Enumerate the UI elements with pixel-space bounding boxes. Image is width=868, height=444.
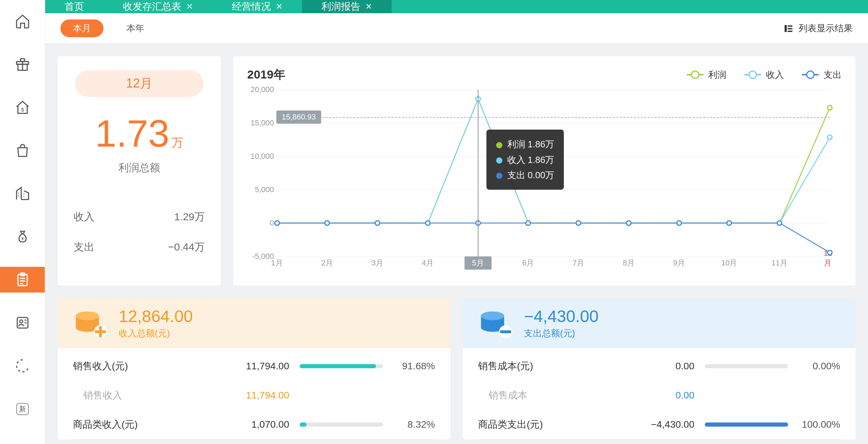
chart-title: 2019年: [247, 67, 285, 83]
profit-label: 利润总额: [72, 161, 207, 175]
chart-point[interactable]: [425, 220, 431, 226]
list-results-button[interactable]: 列表显示结果: [783, 22, 853, 34]
nav-finance[interactable]: ¥: [0, 224, 45, 249]
sidebar: $ ¥ 新: [0, 0, 45, 444]
summary-row-label: 支出: [74, 240, 94, 254]
list-item-pct: 0.00%: [788, 361, 840, 372]
badge-new-icon: 新: [16, 403, 29, 415]
bag-icon: [15, 142, 31, 158]
expense-amount: −4,430.00: [524, 307, 599, 326]
chart-plot[interactable]: -5,00005,00010,00015,00020,0001月2月3月4月5月…: [247, 90, 842, 256]
list-item-label: 商品类支出(元): [478, 418, 580, 431]
y-tick-label: 10,000: [247, 152, 274, 161]
tab-inventory-summary[interactable]: 收发存汇总表 ✕: [103, 0, 212, 13]
chart-point[interactable]: [827, 250, 833, 255]
chart-point[interactable]: [525, 220, 531, 226]
chart-ref-line: [277, 117, 830, 118]
summary-row-value: −0.44万: [168, 240, 205, 254]
main: 首页 收发存汇总表 ✕ 经营情况 ✕ 利润报告 ✕ 本月 本年 列表显示结果: [45, 0, 868, 444]
list-item: 销售成本(元)0.000.00%: [478, 352, 840, 381]
progress-bar: [300, 364, 383, 368]
chart-point[interactable]: [626, 220, 632, 226]
legend-income[interactable]: 收入: [744, 69, 784, 81]
nav-sync[interactable]: [0, 353, 45, 379]
x-tick-label: 11月: [771, 258, 787, 268]
income-list: 销售收入(元)11,794.0091.68%销售收入11,794.00商品类收入…: [58, 348, 450, 439]
tabs-bar: 首页 收发存汇总表 ✕ 经营情况 ✕ 利润报告 ✕: [45, 0, 868, 13]
income-amount: 12,864.00: [119, 307, 193, 326]
profit-unit: 万: [172, 136, 183, 149]
chart-point[interactable]: [324, 220, 330, 226]
home-icon: [15, 13, 31, 29]
nav-profit-report[interactable]: [0, 267, 45, 293]
x-tick-label: 1月: [271, 258, 283, 268]
chart-point[interactable]: [726, 220, 732, 226]
building-icon: [15, 186, 31, 202]
chart-point[interactable]: [777, 220, 782, 226]
expense-panel: −4,430.00 支出总额(元) 销售成本(元)0.000.00%销售成本0.…: [463, 298, 856, 439]
coins-plus-icon: [73, 306, 108, 340]
x-tick-label: 2月: [321, 258, 333, 268]
list-item-value: −4,430.00: [580, 419, 705, 430]
nav-products[interactable]: [0, 138, 45, 163]
list-item: 销售收入(元)11,794.0091.68%: [73, 352, 435, 381]
coins-minus-icon: [478, 306, 513, 340]
profit-value: 1.73: [95, 112, 169, 155]
list-item-value: 0.00: [580, 361, 705, 372]
summary-row-value: 1.29万: [174, 210, 205, 224]
list-item: 销售收入11,794.00: [73, 381, 435, 410]
list-item-pct: 91.68%: [383, 361, 435, 372]
tab-home[interactable]: 首页: [45, 0, 103, 13]
chart-point[interactable]: [827, 105, 833, 110]
nav-home[interactable]: [0, 8, 45, 34]
profit-chart-card: 2019年 利润 收入 支出 -5,00005,00010,00015,0002…: [233, 56, 856, 286]
progress-bar: [300, 422, 383, 427]
house-money-icon: $: [15, 99, 31, 115]
legend-profit[interactable]: 利润: [687, 69, 726, 81]
list-item-label: 销售成本: [478, 389, 580, 402]
svg-point-10: [76, 312, 99, 320]
chart-point[interactable]: [375, 220, 380, 226]
progress-bar: [705, 364, 788, 368]
chart-legend: 利润 收入 支出: [687, 69, 842, 81]
chart-point[interactable]: [676, 220, 682, 226]
nav-reports[interactable]: [0, 181, 45, 206]
expense-panel-head: −4,430.00 支出总额(元): [463, 298, 856, 348]
list-item-pct: 100.00%: [788, 419, 840, 430]
period-toggle: 本月 本年: [60, 19, 157, 37]
income-panel: 12,864.00 收入总额(元) 销售收入(元)11,794.0091.68%…: [58, 298, 450, 439]
month-pill[interactable]: 12月: [75, 70, 203, 97]
close-icon[interactable]: ✕: [186, 2, 193, 11]
nav-gift[interactable]: [0, 51, 45, 77]
list-item-value: 11,794.00: [175, 390, 300, 401]
chart-point[interactable]: [576, 220, 581, 226]
close-icon[interactable]: ✕: [276, 2, 283, 11]
chart-point[interactable]: [274, 220, 280, 226]
period-year-chip[interactable]: 本年: [114, 19, 157, 37]
x-tick-label: 7月: [573, 258, 584, 268]
nav-new[interactable]: 新: [0, 396, 45, 422]
toolbar: 本月 本年 列表显示结果: [45, 13, 868, 44]
y-tick-label: 5,000: [247, 185, 274, 194]
expense-sub: 支出总额(元): [524, 327, 599, 339]
chart-point[interactable]: [827, 134, 833, 140]
legend-expense[interactable]: 支出: [802, 69, 842, 81]
gift-icon: [15, 56, 31, 72]
chart-hover-cursor: 5月: [464, 256, 491, 270]
tab-profit-report[interactable]: 利润报告 ✕: [302, 0, 392, 13]
summary-row-income: 收入 1.29万: [72, 210, 207, 224]
list-item-label: 销售成本(元): [478, 360, 580, 373]
nav-assets[interactable]: $: [0, 94, 45, 120]
list-item-label: 销售收入(元): [73, 360, 175, 373]
nav-contacts[interactable]: [0, 310, 45, 336]
y-tick-label: -5,000: [247, 252, 274, 261]
x-tick-label: 3月: [372, 258, 383, 268]
period-month-chip[interactable]: 本月: [60, 19, 103, 37]
svg-text:$: $: [21, 107, 24, 113]
close-icon[interactable]: ✕: [365, 2, 372, 11]
tab-operations[interactable]: 经营情况 ✕: [212, 0, 302, 13]
y-tick-label: 0: [247, 219, 274, 228]
chart-ref-label: 15,860.93: [276, 110, 322, 124]
x-tick-label: 9月: [673, 258, 685, 268]
tab-label: 首页: [65, 0, 84, 13]
